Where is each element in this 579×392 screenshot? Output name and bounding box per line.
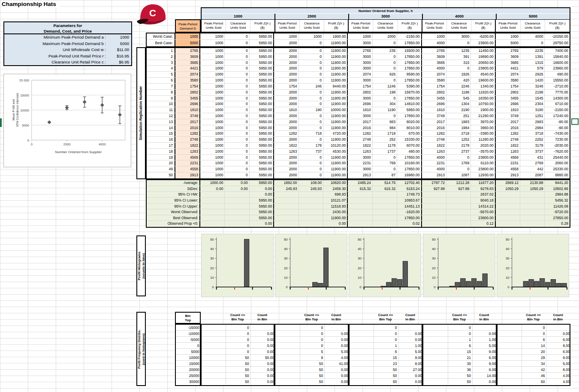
data-cell[interactable]: 391 <box>446 54 471 60</box>
data-cell[interactable]: 20650.00 <box>471 60 495 66</box>
data-cell[interactable]: 0 <box>225 84 249 89</box>
count-le-cell[interactable]: 30 <box>448 361 473 366</box>
count-in-cell[interactable]: 5.00 <box>399 349 423 354</box>
data-cell[interactable]: 11900.00 <box>323 96 348 101</box>
demand-cell[interactable]: 1754 <box>175 84 200 89</box>
data-cell[interactable]: 4558 <box>496 166 520 172</box>
data-cell[interactable]: 1263 <box>274 149 299 154</box>
data-cell[interactable]: 5950.00 <box>250 72 274 77</box>
data-cell[interactable]: 1000 <box>200 48 225 54</box>
data-cell[interactable]: 5950.00 <box>250 198 274 203</box>
data-cell[interactable]: 3000 <box>348 96 372 101</box>
count-le-cell[interactable]: 0 <box>300 331 325 336</box>
parameter-label[interactable]: Unit Wholesale Cost w : <box>4 47 106 53</box>
data-cell[interactable]: 984 <box>373 125 397 131</box>
freq-blank-cell[interactable] <box>275 325 300 330</box>
count-in-cell[interactable]: 0.00 <box>399 331 423 336</box>
data-cell[interactable]: 14300.00 <box>545 96 569 101</box>
data-cell[interactable]: 2000 <box>274 113 299 119</box>
count-in-cell[interactable]: 9.00 <box>473 349 497 354</box>
data-cell[interactable] <box>225 198 249 203</box>
data-cell[interactable]: 3749 <box>496 113 520 119</box>
data-cell[interactable]: 17240.00 <box>545 113 569 119</box>
data-cell[interactable]: 1000 <box>200 33 225 39</box>
data-cell[interactable]: 2016 <box>422 125 446 131</box>
demand-cell[interactable]: 5000 <box>175 40 200 46</box>
data-cell[interactable]: 2178 <box>446 143 471 148</box>
count-in-cell[interactable]: 0.00 <box>251 337 275 342</box>
row-label[interactable]: 95% CI Lower: <box>147 198 200 203</box>
data-cell[interactable]: 1810 <box>422 107 446 113</box>
data-cell[interactable]: 245.93 <box>299 186 323 192</box>
count-le-header[interactable]: Count <=Bin Top <box>299 312 324 324</box>
data-cell[interactable]: 0 <box>225 78 249 83</box>
order-qty-1000[interactable]: 1000 <box>202 14 275 19</box>
col-header[interactable]: Peak-PeriodUnits Sold <box>496 20 520 32</box>
freq-blank-cell[interactable] <box>423 337 448 342</box>
demand-cell[interactable]: 2017 <box>175 119 200 125</box>
data-cell[interactable]: 2430.00 <box>323 209 348 215</box>
col-header[interactable]: Peak-PeriodUnits Sold <box>349 20 373 32</box>
freq-blank-cell[interactable] <box>202 349 226 354</box>
data-cell[interactable]: 245.93 <box>274 186 299 192</box>
data-cell[interactable]: 2748 <box>348 137 372 142</box>
data-cell[interactable]: 0 <box>225 137 249 142</box>
count-in-cell[interactable]: 0.00 <box>325 367 349 372</box>
data-cell[interactable]: 11900.00 <box>323 125 348 131</box>
freq-distribs-side-label[interactable]: Profit Frequency Distribs. (used in hist… <box>136 312 146 386</box>
parameter-label[interactable]: Maximum Peak-Period Demand b : <box>4 41 106 47</box>
data-cell[interactable]: 3718 <box>520 131 545 136</box>
data-cell[interactable]: 2198 <box>520 90 545 95</box>
data-cell[interactable]: 0.02 <box>397 221 422 227</box>
data-cell[interactable]: 3455 <box>496 96 520 101</box>
data-cell[interactable]: 0 <box>225 33 249 39</box>
freq-blank-cell[interactable] <box>350 337 374 342</box>
data-cell[interactable]: 615.32 <box>373 186 397 192</box>
freq-blank-cell[interactable] <box>498 373 522 378</box>
data-cell[interactable]: 2787.72 <box>422 180 446 186</box>
parameter-value[interactable]: 5000 <box>106 41 131 47</box>
data-cell[interactable]: 178 <box>299 143 323 148</box>
data-cell[interactable]: 2000 <box>274 125 299 131</box>
simulation-replication-side-label[interactable]: Simulation Replication Number <box>136 47 146 179</box>
col-header[interactable]: Profit Z(h )($) <box>398 20 422 32</box>
count-in-cell[interactable]: 1.00 <box>473 337 497 342</box>
data-cell[interactable]: 17850.00 <box>397 60 422 66</box>
data-cell[interactable]: 6153.24 <box>397 186 422 192</box>
data-cell[interactable]: 23800.00 <box>471 166 495 172</box>
count-le-cell[interactable]: 0 <box>300 343 325 348</box>
count-in-header[interactable]: Countin Bin <box>250 312 274 324</box>
data-cell[interactable] <box>348 204 372 209</box>
data-cell[interactable]: 0 <box>446 155 471 160</box>
data-cell[interactable]: 1545 <box>520 96 545 101</box>
data-cell[interactable]: 2000 <box>274 66 299 71</box>
data-cell[interactable]: 1000 <box>200 125 225 131</box>
data-cell[interactable]: 2913 <box>496 172 520 178</box>
data-cell[interactable]: 3178 <box>520 143 545 148</box>
supplier-header-band[interactable]: Number Ordered from Supplier, h <box>202 8 570 14</box>
data-cell[interactable]: 251 <box>446 113 471 119</box>
data-cell[interactable] <box>274 209 299 215</box>
data-cell[interactable]: -90.00 <box>545 125 569 131</box>
data-cell[interactable]: 0.00 <box>323 221 348 227</box>
data-cell[interactable] <box>496 209 520 215</box>
bin-top-cell[interactable]: 5000 <box>176 349 200 354</box>
freq-blank-cell[interactable] <box>423 349 448 354</box>
demand-cell[interactable]: 2765 <box>175 48 200 54</box>
data-cell[interactable]: 1822 <box>496 143 520 148</box>
data-cell[interactable]: 2765 <box>348 48 372 54</box>
count-in-cell[interactable]: 4.00 <box>325 355 349 360</box>
data-cell[interactable]: 5950.00 <box>250 143 274 148</box>
data-cell[interactable]: 1000 <box>200 90 225 95</box>
count-le-cell[interactable]: 50 <box>300 373 325 378</box>
data-cell[interactable]: 1000 <box>200 166 225 172</box>
data-cell[interactable]: 0 <box>225 172 249 178</box>
data-cell[interactable]: 3000 <box>348 40 372 46</box>
histogram-panel-2000[interactable]: 01020304050 <box>275 234 347 297</box>
col-header[interactable]: Peak-PeriodUnits Sold <box>422 20 447 32</box>
data-cell[interactable]: 2869.12 <box>496 180 520 186</box>
data-cell[interactable]: 4000 <box>422 40 446 46</box>
data-cell[interactable]: 0 <box>225 40 249 46</box>
data-cell[interactable]: 2246 <box>446 84 471 89</box>
data-cell[interactable]: 1252 <box>446 137 471 142</box>
